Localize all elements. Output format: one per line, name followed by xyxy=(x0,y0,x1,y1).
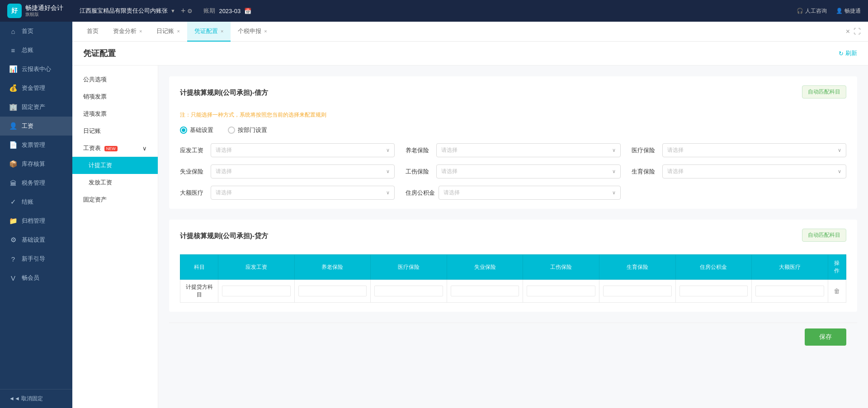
sidebar-item-assets[interactable]: 🏢 固定资产 xyxy=(0,98,72,117)
td-injury[interactable] xyxy=(523,280,599,303)
form-item-large-medical: 大额医疗 请选择 ∨ xyxy=(180,186,395,200)
period-area: 账期 2023-03 📅 xyxy=(203,7,251,15)
left-nav-pay-salary[interactable]: 发放工资 xyxy=(72,174,158,191)
tab-journal[interactable]: 日记账 × xyxy=(149,22,187,42)
sidebar-item-inventory[interactable]: 📦 库存核算 xyxy=(0,155,72,174)
input-housing[interactable] xyxy=(679,286,748,296)
sidebar-item-reports[interactable]: 📊 云报表中心 xyxy=(0,60,72,79)
form-item-medical: 医疗保险 请选择 ∨ xyxy=(632,143,846,157)
tab-journal-close-icon[interactable]: × xyxy=(177,28,179,34)
label-pension: 养老保险 xyxy=(406,146,433,155)
save-button[interactable]: 保存 xyxy=(805,328,846,346)
td-unemployment[interactable] xyxy=(447,280,523,303)
td-medical[interactable] xyxy=(371,280,447,303)
sidebar-item-tax[interactable]: 🏛 税务管理 xyxy=(0,174,72,192)
input-medical[interactable] xyxy=(374,286,443,296)
select-injury[interactable]: 请选择 ∨ xyxy=(436,164,620,178)
sidebar-item-invoice[interactable]: 📄 发票管理 xyxy=(0,136,72,155)
th-injury: 工伤保险 xyxy=(523,255,599,280)
settings-icon[interactable]: ⚙ xyxy=(187,8,193,14)
sidebar-item-guide[interactable]: ? 新手引导 xyxy=(0,249,72,268)
ledger-icon: ≡ xyxy=(9,47,17,54)
debit-auto-match-button[interactable]: 自动匹配科目 xyxy=(802,85,846,98)
left-nav-accrue-salary[interactable]: 计提工资 xyxy=(72,157,158,174)
input-injury[interactable] xyxy=(527,286,595,296)
select-unemployment[interactable]: 请选择 ∨ xyxy=(211,164,395,178)
settings-sidebar-icon: ⚙ xyxy=(9,236,17,244)
td-delete[interactable]: 🗑 xyxy=(828,280,846,303)
sidebar-item-home[interactable]: ⌂ 首页 xyxy=(0,22,72,41)
refresh-label: 刷新 xyxy=(845,49,857,57)
left-nav-assets-label: 固定资产 xyxy=(83,196,107,203)
radio-basic-circle xyxy=(180,127,187,134)
select-housing-value: 请选择 xyxy=(443,189,460,197)
sidebar-item-vip[interactable]: V 畅会员 xyxy=(0,268,72,287)
input-salary[interactable] xyxy=(222,286,291,296)
select-large-medical-value: 请选择 xyxy=(216,189,232,197)
table-header-row: 科目 应发工资 养老保险 医疗保险 失业保险 工伤保险 生育保险 住房公积金 大… xyxy=(180,255,846,280)
add-button[interactable]: + xyxy=(181,6,186,16)
select-pension-value: 请选择 xyxy=(441,146,458,154)
calendar-icon[interactable]: 📅 xyxy=(244,8,251,14)
tab-voucher[interactable]: 凭证配置 × xyxy=(187,22,231,42)
td-pension[interactable] xyxy=(294,280,371,303)
td-salary[interactable] xyxy=(218,280,295,303)
radio-dept-label: 按部门设置 xyxy=(238,126,267,134)
radio-basic[interactable]: 基础设置 xyxy=(180,126,213,134)
user-area[interactable]: 👤 畅捷通 xyxy=(836,7,861,15)
left-nav-pay-label: 发放工资 xyxy=(89,179,112,186)
tab-tax[interactable]: 个税申报 × xyxy=(231,22,274,42)
left-nav-salary-group[interactable]: 工资表 NEW ∨ xyxy=(72,140,158,157)
td-maternity[interactable] xyxy=(599,280,676,303)
select-pension-arrow-icon: ∨ xyxy=(612,147,616,153)
tab-close-all-icon[interactable]: × xyxy=(846,28,850,36)
tab-voucher-close-icon[interactable]: × xyxy=(221,28,223,34)
tab-expand-icon[interactable]: ⛶ xyxy=(854,28,861,36)
credit-auto-match-button[interactable]: 自动匹配科目 xyxy=(802,229,846,242)
guide-icon: ? xyxy=(9,255,17,263)
sidebar-item-archive[interactable]: 📁 归档管理 xyxy=(0,211,72,230)
th-maternity: 生育保险 xyxy=(599,255,676,280)
input-pension[interactable] xyxy=(298,286,367,296)
left-nav-purchase-invoice[interactable]: 进项发票 xyxy=(72,105,158,122)
th-housing: 住房公积金 xyxy=(675,255,752,280)
left-nav-public[interactable]: 公共选项 xyxy=(72,71,158,88)
page-title: 凭证配置 xyxy=(83,48,116,59)
left-nav-fixed-assets[interactable]: 固定资产 xyxy=(72,191,158,208)
input-unemployment[interactable] xyxy=(451,286,519,296)
label-large-medical: 大额医疗 xyxy=(180,189,207,197)
tab-tax-close-icon[interactable]: × xyxy=(264,28,267,34)
select-maternity-arrow-icon: ∨ xyxy=(838,169,841,174)
human-service-button[interactable]: 🎧 人工咨询 xyxy=(797,7,827,15)
sidebar-item-settings[interactable]: ⚙ 基础设置 xyxy=(0,230,72,249)
select-large-medical[interactable]: 请选择 ∨ xyxy=(211,186,395,200)
delete-icon[interactable]: 🗑 xyxy=(834,287,840,295)
save-area: 保存 xyxy=(169,323,857,351)
radio-department[interactable]: 按部门设置 xyxy=(228,126,267,134)
input-maternity[interactable] xyxy=(603,286,672,296)
select-medical[interactable]: 请选择 ∨ xyxy=(662,143,846,157)
sidebar-item-ledger[interactable]: ≡ 总账 xyxy=(0,41,72,60)
select-maternity[interactable]: 请选择 ∨ xyxy=(662,164,846,178)
td-large-medical[interactable] xyxy=(752,280,828,303)
left-nav-journal[interactable]: 日记账 xyxy=(72,122,158,140)
new-badge: NEW xyxy=(104,146,118,151)
input-large-medical[interactable] xyxy=(755,286,824,296)
th-subject: 科目 xyxy=(180,255,218,280)
select-salary[interactable]: 请选择 ∨ xyxy=(211,143,395,157)
select-housing[interactable]: 请选择 ∨ xyxy=(439,186,620,200)
unpin-button[interactable]: ◄◄ 取消固定 xyxy=(0,389,72,408)
sidebar: ⌂ 首页 ≡ 总账 📊 云报表中心 💰 资金管理 🏢 固定资产 👤 工资 📄 发… xyxy=(0,22,72,408)
sidebar-item-close[interactable]: ✓ 结账 xyxy=(0,192,72,211)
td-housing[interactable] xyxy=(675,280,752,303)
company-selector[interactable]: 江西服宝精品有限责任公司内账张 ▼ xyxy=(80,7,175,15)
refresh-button[interactable]: ↻ 刷新 xyxy=(839,49,857,57)
left-nav-sales-invoice[interactable]: 销项发票 xyxy=(72,88,158,105)
tab-funds-close-icon[interactable]: × xyxy=(139,28,142,34)
left-nav: 公共选项 销项发票 进项发票 日记账 工资表 NEW xyxy=(72,66,158,408)
tab-funds[interactable]: 资金分析 × xyxy=(106,22,149,42)
sidebar-item-salary[interactable]: 👤 工资 xyxy=(0,117,72,136)
select-pension[interactable]: 请选择 ∨ xyxy=(436,143,620,157)
tab-home[interactable]: 首页 xyxy=(80,22,106,42)
sidebar-item-funds[interactable]: 💰 资金管理 xyxy=(0,79,72,98)
